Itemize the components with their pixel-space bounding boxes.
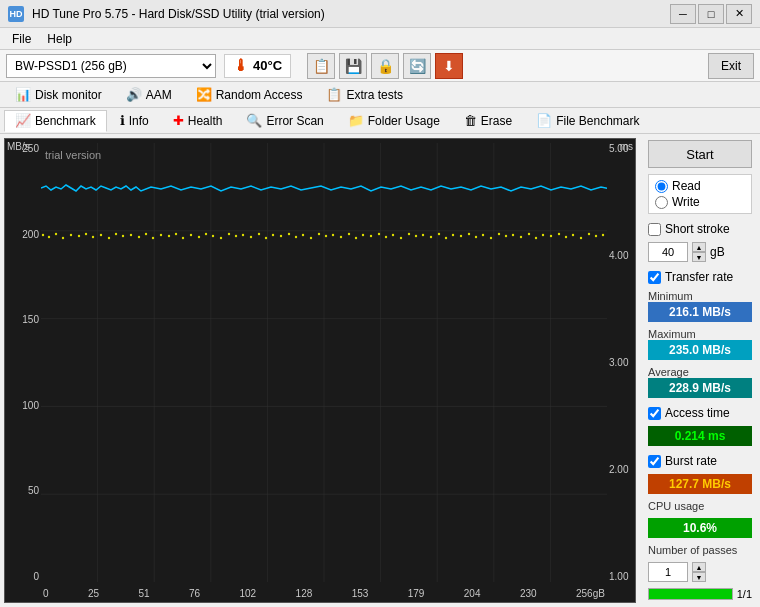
minimize-button[interactable]: ─ — [670, 4, 696, 24]
gb-spin-down[interactable]: ▼ — [692, 252, 706, 262]
short-stroke-checkbox[interactable] — [648, 223, 661, 236]
device-select[interactable]: BW-PSSD1 (256 gB) — [6, 54, 216, 78]
gb-spin-up[interactable]: ▲ — [692, 242, 706, 252]
svg-point-55 — [355, 237, 357, 239]
access-time-checkbox[interactable] — [648, 407, 661, 420]
temperature-value: 40°C — [253, 58, 282, 73]
svg-point-68 — [452, 234, 454, 236]
gb-input[interactable] — [648, 242, 688, 262]
tab-aam[interactable]: 🔊 AAM — [115, 84, 183, 106]
toolbar: BW-PSSD1 (256 gB) 🌡 40°C 📋 💾 🔒 🔄 ⬇ Exit — [0, 50, 760, 82]
start-button[interactable]: Start — [648, 140, 752, 168]
progress-bar-inner — [649, 589, 732, 599]
svg-point-85 — [580, 237, 582, 239]
average-group: Average 228.9 MB/s — [648, 366, 752, 398]
transfer-rate-row: Transfer rate — [648, 270, 752, 284]
burst-rate-value: 127.7 MB/s — [648, 474, 752, 494]
svg-point-56 — [362, 234, 364, 236]
refresh-button[interactable]: 🔄 — [403, 53, 431, 79]
svg-point-77 — [520, 236, 522, 238]
minimum-value: 216.1 MB/s — [648, 302, 752, 322]
tab-file-benchmark[interactable]: 📄 File Benchmark — [525, 110, 650, 132]
svg-point-64 — [422, 234, 424, 236]
svg-point-58 — [378, 233, 380, 235]
svg-point-60 — [392, 234, 394, 236]
svg-point-15 — [55, 233, 57, 235]
svg-point-86 — [588, 233, 590, 235]
svg-point-35 — [205, 233, 207, 235]
tab-random-access[interactable]: 🔀 Random Access — [185, 84, 314, 106]
temperature-display: 🌡 40°C — [224, 54, 291, 78]
svg-point-75 — [505, 235, 507, 237]
health-icon: ✚ — [173, 113, 184, 128]
svg-point-19 — [85, 233, 87, 235]
maximize-button[interactable]: □ — [698, 4, 724, 24]
chart-inner: trial version — [41, 143, 607, 582]
access-time-row: Access time — [648, 406, 752, 420]
svg-point-27 — [145, 233, 147, 235]
read-label: Read — [672, 179, 701, 193]
save-button[interactable]: 💾 — [339, 53, 367, 79]
copy-button[interactable]: 📋 — [307, 53, 335, 79]
maximum-value: 235.0 MB/s — [648, 340, 752, 360]
info-icon: ℹ — [120, 113, 125, 128]
x-axis-labels: 0 25 51 76 102 128 153 179 204 230 256gB — [41, 584, 607, 602]
svg-point-26 — [138, 236, 140, 238]
window-controls: ─ □ ✕ — [670, 4, 752, 24]
svg-point-45 — [280, 235, 282, 237]
tab-info[interactable]: ℹ Info — [109, 110, 160, 132]
passes-progress-text: 1/1 — [737, 588, 752, 600]
svg-point-38 — [228, 233, 230, 235]
gb-spinner: ▲ ▼ — [692, 242, 706, 262]
svg-point-73 — [490, 237, 492, 239]
close-button[interactable]: ✕ — [726, 4, 752, 24]
svg-point-87 — [595, 235, 597, 237]
svg-point-29 — [160, 234, 162, 236]
erase-icon: 🗑 — [464, 113, 477, 128]
read-radio[interactable] — [655, 180, 668, 193]
svg-point-66 — [438, 233, 440, 235]
minimum-group: Minimum 216.1 MB/s — [648, 290, 752, 322]
right-panel: Start Read Write Short stroke ▲ ▼ gB — [640, 134, 760, 607]
svg-point-79 — [535, 237, 537, 239]
svg-point-50 — [318, 233, 320, 235]
tab-row-2: 📈 Benchmark ℹ Info ✚ Health 🔍 Error Scan… — [0, 108, 760, 134]
svg-point-49 — [310, 237, 312, 239]
error-scan-icon: 🔍 — [246, 113, 262, 128]
svg-point-51 — [325, 235, 327, 237]
svg-point-21 — [100, 234, 102, 236]
y-axis-right: 5.00 4.00 3.00 2.00 1.00 — [607, 139, 635, 602]
menu-help[interactable]: Help — [39, 30, 80, 48]
progress-bar-outer — [648, 588, 733, 600]
tab-error-scan[interactable]: 🔍 Error Scan — [235, 110, 334, 132]
passes-spin-down[interactable]: ▼ — [692, 572, 706, 582]
write-label: Write — [672, 195, 700, 209]
tab-disk-monitor[interactable]: 📊 Disk monitor — [4, 84, 113, 106]
svg-point-62 — [408, 233, 410, 235]
burst-rate-checkbox[interactable] — [648, 455, 661, 468]
extra-tests-icon: 📋 — [326, 87, 342, 102]
svg-point-43 — [265, 237, 267, 239]
svg-point-54 — [348, 233, 350, 235]
minimum-label: Minimum — [648, 290, 752, 302]
tab-health[interactable]: ✚ Health — [162, 110, 234, 132]
transfer-rate-checkbox[interactable] — [648, 271, 661, 284]
cpu-usage-value: 10.6% — [648, 518, 752, 538]
download-button[interactable]: ⬇ — [435, 53, 463, 79]
passes-input[interactable] — [648, 562, 688, 582]
title-bar: HD HD Tune Pro 5.75 - Hard Disk/SSD Util… — [0, 0, 760, 28]
lock-button[interactable]: 🔒 — [371, 53, 399, 79]
tab-benchmark[interactable]: 📈 Benchmark — [4, 110, 107, 132]
passes-spin-up[interactable]: ▲ — [692, 562, 706, 572]
tab-erase[interactable]: 🗑 Erase — [453, 110, 523, 132]
random-access-icon: 🔀 — [196, 87, 212, 102]
exit-button[interactable]: Exit — [708, 53, 754, 79]
svg-point-34 — [198, 236, 200, 238]
menu-file[interactable]: File — [4, 30, 39, 48]
tab-folder-usage[interactable]: 📁 Folder Usage — [337, 110, 451, 132]
write-radio[interactable] — [655, 196, 668, 209]
chart-area: MB/s ms 250 200 150 100 50 0 5.00 4.00 3… — [4, 138, 636, 603]
tab-extra-tests[interactable]: 📋 Extra tests — [315, 84, 414, 106]
svg-point-13 — [42, 234, 44, 236]
window-title: HD Tune Pro 5.75 - Hard Disk/SSD Utility… — [32, 7, 325, 21]
